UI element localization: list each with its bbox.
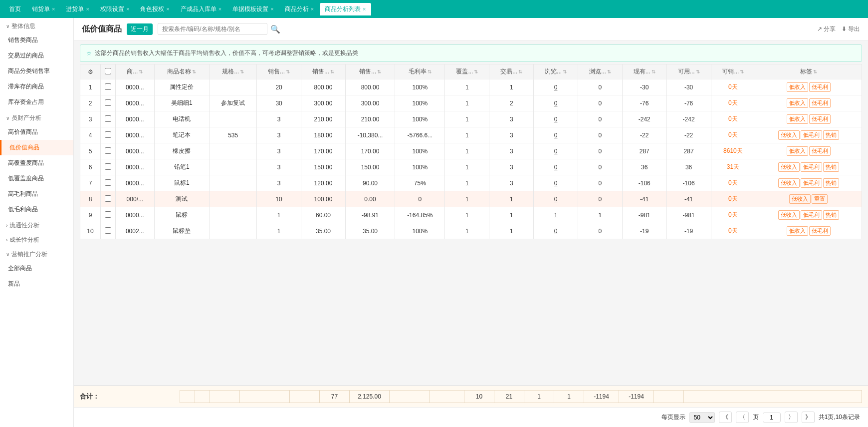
sidebar-item-all-products[interactable]: 全部商品 [0, 261, 73, 276]
sidebar-item-low-profit[interactable]: 低毛利商品 [0, 202, 73, 217]
row-checkbox[interactable] [105, 99, 111, 106]
close-icon[interactable]: × [311, 6, 314, 12]
period-button[interactable]: 近一月 [127, 23, 153, 35]
next-page-button[interactable]: 〉 [785, 412, 798, 423]
browse-link[interactable]: 0 [554, 196, 558, 203]
spec-col-header[interactable]: 规格...⇅ [210, 64, 257, 79]
collapse-icon[interactable]: ∨ [6, 115, 9, 121]
name-col-header[interactable]: 商品名称⇅ [154, 64, 210, 79]
browse-link[interactable]: 0 [554, 100, 558, 107]
first-page-button[interactable]: 《 [719, 412, 732, 423]
nav-product-analysis-list[interactable]: 商品分析列表 × [320, 3, 371, 15]
transaction-col-header[interactable]: 交易...⇅ [489, 64, 534, 79]
expand-icon[interactable]: › [6, 237, 7, 243]
close-icon[interactable]: × [86, 6, 89, 12]
search-input[interactable] [158, 23, 267, 35]
sidebar-item-low-value[interactable]: 低价值商品 [0, 140, 73, 155]
row-checkbox[interactable] [105, 163, 111, 170]
share-button[interactable]: ↗ 分享 [817, 25, 836, 33]
row-checkbox-cell[interactable] [101, 159, 116, 175]
row-checkbox[interactable] [105, 211, 111, 218]
row-checkbox[interactable] [105, 83, 111, 90]
browse-link[interactable]: 1 [554, 212, 558, 219]
sales-price-col-header[interactable]: 销售...⇅ [301, 64, 346, 79]
row-checkbox-cell[interactable] [101, 175, 116, 191]
table-wrapper[interactable]: ⚙ 商...⇅ 商品名称⇅ 规格...⇅ 销售...⇅ 销售...⇅ 销售...… [74, 64, 868, 385]
sidebar-item-inventory-fund[interactable]: 库存资金占用 [0, 94, 73, 110]
browse-link[interactable]: 0 [554, 164, 558, 171]
export-button[interactable]: ⬇ 导出 [842, 25, 860, 33]
sales-qty-col-header[interactable]: 销售...⇅ [257, 64, 301, 79]
nav-template-setting[interactable]: 单据模板设置 × [227, 3, 278, 15]
browse1[interactable]: 1 [534, 207, 578, 223]
row-checkbox-cell[interactable] [101, 79, 116, 95]
collapse-icon[interactable]: ∨ [6, 252, 9, 257]
row-checkbox-cell[interactable] [101, 143, 116, 159]
code-col-header[interactable]: 商...⇅ [116, 64, 154, 79]
prev-page-button[interactable]: 〈 [736, 412, 749, 423]
select-all-checkbox[interactable] [105, 68, 111, 74]
sidebar-item-new-products[interactable]: 新品 [0, 276, 73, 292]
browse2-col-header[interactable]: 浏览...⇅ [578, 64, 623, 79]
nav-product-analysis[interactable]: 商品分析 × [280, 3, 319, 15]
browse-link[interactable]: 0 [554, 148, 558, 155]
saleable-col-header[interactable]: 可销...⇅ [711, 64, 755, 79]
browse-link[interactable]: 0 [554, 180, 558, 187]
sidebar-item-high-value[interactable]: 高价值商品 [0, 124, 73, 140]
browse1[interactable]: 0 [534, 175, 578, 191]
row-checkbox[interactable] [105, 131, 111, 138]
nav-role-auth[interactable]: 角色授权 × [135, 3, 174, 15]
browse1[interactable]: 0 [534, 95, 578, 111]
row-checkbox-cell[interactable] [101, 191, 116, 207]
close-icon[interactable]: × [52, 6, 55, 12]
nav-sales-order[interactable]: 销货单 × [27, 3, 60, 15]
sales-amount-col-header[interactable]: 销售...⇅ [345, 64, 395, 79]
checkbox-col-header[interactable] [101, 64, 116, 79]
row-checkbox[interactable] [105, 147, 111, 154]
browse1-col-header[interactable]: 浏览...⇅ [534, 64, 578, 79]
row-checkbox[interactable] [105, 115, 111, 122]
page-input[interactable] [763, 413, 781, 423]
nav-permission[interactable]: 权限设置 × [95, 3, 134, 15]
collapse-icon[interactable]: ∨ [6, 23, 9, 29]
sidebar-item-category-sales-rate[interactable]: 商品分类销售率 [0, 63, 73, 79]
browse1[interactable]: 0 [534, 191, 578, 207]
settings-col-header[interactable]: ⚙ [80, 64, 101, 79]
current-col-header[interactable]: 现有...⇅ [622, 64, 666, 79]
browse1[interactable]: 0 [534, 143, 578, 159]
close-icon[interactable]: × [126, 6, 129, 12]
per-page-select[interactable]: 50 100 [689, 412, 715, 423]
gross-rate-col-header[interactable]: 毛利率⇅ [395, 64, 445, 79]
browse1[interactable]: 0 [534, 79, 578, 95]
row-checkbox[interactable] [105, 179, 111, 186]
sidebar-item-slow-product[interactable]: 滞库存的商品 [0, 79, 73, 94]
row-checkbox-cell[interactable] [101, 95, 116, 111]
nav-purchase-order[interactable]: 进货单 × [61, 3, 94, 15]
close-icon[interactable]: × [166, 6, 169, 12]
row-checkbox-cell[interactable] [101, 223, 116, 239]
sidebar-item-high-coverage[interactable]: 高覆盖度商品 [0, 155, 73, 171]
browse1[interactable]: 0 [534, 127, 578, 143]
row-checkbox[interactable] [105, 195, 111, 202]
expand-icon[interactable]: › [6, 223, 7, 228]
coverage-col-header[interactable]: 覆盖...⇅ [445, 64, 489, 79]
available-col-header[interactable]: 可用...⇅ [666, 64, 711, 79]
sidebar-item-sales-product[interactable]: 销售类商品 [0, 32, 73, 48]
sidebar-group-growth[interactable]: › 成长性分析 [0, 232, 73, 246]
sidebar-item-low-coverage[interactable]: 低覆盖度商品 [0, 171, 73, 186]
row-checkbox-cell[interactable] [101, 111, 116, 127]
close-icon[interactable]: × [363, 6, 366, 12]
row-checkbox[interactable] [105, 227, 111, 234]
browse1[interactable]: 0 [534, 111, 578, 127]
search-icon[interactable]: 🔍 [270, 24, 280, 34]
close-icon[interactable]: × [218, 6, 221, 12]
browse-link[interactable]: 0 [554, 116, 558, 123]
sidebar-item-high-profit[interactable]: 高毛利商品 [0, 186, 73, 202]
browse-link[interactable]: 0 [554, 132, 558, 139]
browse-link[interactable]: 0 [554, 84, 558, 91]
browse1[interactable]: 0 [534, 223, 578, 239]
browse1[interactable]: 0 [534, 159, 578, 175]
tag-col-header[interactable]: 标签⇅ [755, 64, 862, 79]
row-checkbox-cell[interactable] [101, 207, 116, 223]
last-page-button[interactable]: 》 [802, 412, 815, 423]
